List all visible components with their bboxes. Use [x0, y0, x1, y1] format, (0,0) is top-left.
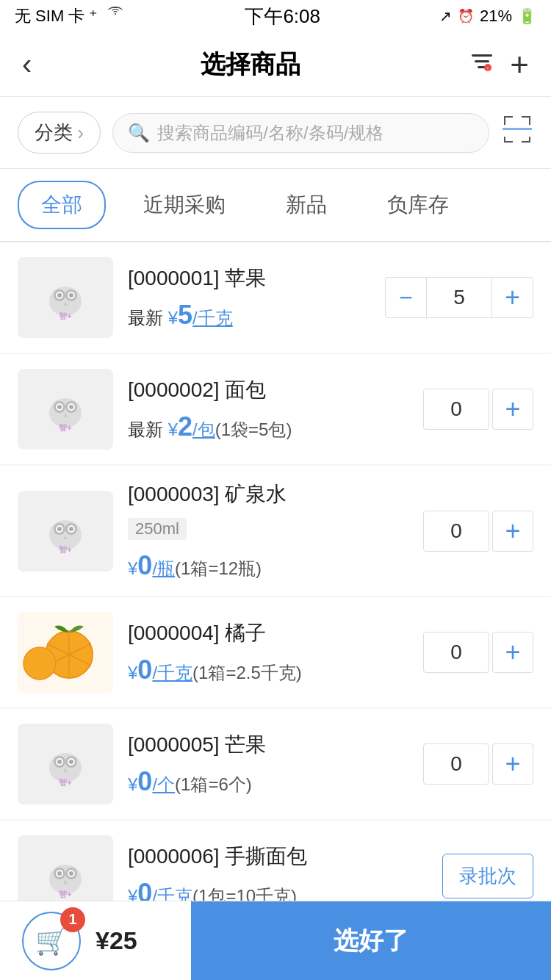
search-placeholder: 搜索商品编码/名称/条码/规格	[157, 121, 383, 145]
page-title: 选择商品	[201, 48, 300, 82]
svg-rect-10	[504, 137, 505, 143]
list-item: 智+ [0000003] 矿泉水 250ml ¥0/瓶(1箱=12瓶) +	[0, 466, 551, 596]
svg-text:智+: 智+	[58, 423, 71, 432]
category-button[interactable]: 分类 ›	[18, 112, 101, 154]
quantity-input[interactable]	[423, 511, 489, 552]
svg-point-55	[69, 760, 73, 764]
add-button[interactable]: +	[510, 48, 529, 81]
cart-button[interactable]: 🛒 1	[22, 912, 81, 970]
svg-rect-0	[472, 54, 492, 57]
quantity-input[interactable]	[423, 743, 489, 785]
product-thumbnail: 智+	[18, 369, 113, 450]
status-right: ↗ ⏰ 21% 🔋	[439, 7, 536, 26]
product-price: ¥0/个(1箱=6个)	[128, 766, 408, 797]
product-name: [0000004] 橘子	[128, 619, 408, 647]
quantity-control: +	[423, 389, 533, 430]
product-info: [0000004] 橘子 ¥0/千克(1箱=2.5千克)	[128, 619, 408, 685]
confirm-button[interactable]: 选好了	[191, 901, 551, 981]
quantity-input[interactable]	[423, 632, 489, 673]
product-thumbnail: 智+	[18, 724, 113, 804]
svg-text:智+: 智+	[58, 311, 71, 320]
product-price: ¥0/瓶(1箱=12瓶)	[128, 550, 408, 581]
product-name: [0000001] 苹果	[128, 264, 370, 292]
cart-badge: 1	[60, 907, 85, 932]
quantity-increase-button[interactable]: +	[492, 277, 533, 318]
product-thumbnail	[18, 612, 113, 693]
wifi-icon	[105, 6, 126, 26]
svg-point-28	[57, 405, 62, 409]
svg-text:!: !	[487, 66, 489, 71]
quantity-control: +	[423, 632, 533, 673]
product-name: [0000002] 面包	[128, 376, 408, 404]
status-bar: 无 SIM 卡 ⁺ 下午6:08 ↗ ⏰ 21% 🔋	[0, 0, 551, 32]
quantity-increase-button[interactable]: +	[492, 511, 533, 552]
product-info: [0000005] 芒果 ¥0/个(1箱=6个)	[128, 731, 408, 797]
product-name: [0000003] 矿泉水	[128, 480, 408, 508]
category-label: 分类	[35, 120, 73, 145]
svg-point-63	[57, 871, 62, 876]
tab-recent[interactable]: 近期采购	[120, 181, 248, 228]
tab-negative-stock[interactable]: 负库存	[364, 181, 472, 228]
svg-rect-8	[529, 116, 530, 125]
quantity-input[interactable]	[423, 389, 489, 430]
bottom-bar: 🛒 1 ¥25 选好了	[0, 901, 551, 980]
nav-bar: ‹ 选择商品 ! +	[0, 32, 551, 97]
batch-record-button[interactable]: 录批次	[442, 854, 533, 898]
quantity-increase-button[interactable]: +	[492, 743, 533, 785]
scan-button[interactable]	[501, 113, 533, 152]
svg-point-37	[57, 527, 62, 531]
category-arrow-icon: ›	[77, 121, 84, 145]
quantity-increase-button[interactable]: +	[492, 632, 533, 673]
svg-point-64	[69, 871, 73, 876]
svg-text:智+: 智+	[58, 545, 71, 554]
svg-rect-1	[475, 60, 489, 62]
quantity-increase-button[interactable]: +	[492, 389, 533, 430]
sim-label: 无 SIM 卡 ⁺	[15, 5, 98, 27]
nav-right: ! +	[469, 48, 529, 81]
alarm-icon: ⏰	[458, 8, 474, 24]
product-info: [0000001] 苹果 最新 ¥5/千克	[128, 264, 370, 331]
product-name: [0000006] 手撕面包	[128, 843, 428, 871]
quantity-decrease-button[interactable]: −	[385, 277, 426, 318]
quantity-control: − +	[385, 277, 533, 318]
list-item: 智+ [0000002] 面包 最新 ¥2/包(1袋=5包) +	[0, 354, 551, 464]
svg-point-20	[69, 293, 73, 298]
product-thumbnail: 智+	[18, 491, 113, 572]
tab-new[interactable]: 新品	[263, 181, 350, 228]
list-item: 智+ [0000001] 苹果 最新 ¥5/千克 − +	[0, 242, 551, 353]
product-list: 智+ [0000001] 苹果 最新 ¥5/千克 − +	[0, 242, 551, 980]
svg-rect-6	[504, 116, 505, 125]
svg-point-19	[57, 293, 62, 298]
list-item: 智+ [0000005] 芒果 ¥0/个(1箱=6个) +	[0, 709, 551, 819]
location-icon: ↗	[439, 7, 452, 25]
product-price: 最新 ¥2/包(1袋=5包)	[128, 411, 408, 442]
svg-point-29	[69, 405, 73, 409]
filter-bar: 分类 › 🔍 搜索商品编码/名称/条码/规格	[0, 97, 551, 169]
svg-rect-12	[529, 137, 530, 143]
product-name: [0000005] 芒果	[128, 731, 408, 759]
svg-text:智+: 智+	[58, 778, 71, 787]
cart-icon: 🛒	[35, 926, 68, 956]
filter-icon[interactable]: !	[469, 48, 495, 80]
svg-point-54	[57, 760, 62, 764]
cart-section: 🛒 1 ¥25	[0, 912, 191, 970]
product-info: [0000006] 手撕面包 ¥0/千克(1包=10千克)	[128, 843, 428, 909]
tab-all[interactable]: 全部	[18, 181, 106, 229]
svg-text:智+: 智+	[58, 890, 71, 898]
product-info: [0000002] 面包 最新 ¥2/包(1袋=5包)	[128, 376, 408, 442]
back-button[interactable]: ‹	[22, 48, 32, 81]
product-info: [0000003] 矿泉水 250ml ¥0/瓶(1箱=12瓶)	[128, 480, 408, 581]
tab-bar: 全部 近期采购 新品 负库存	[0, 169, 551, 242]
search-icon: 🔍	[128, 123, 150, 143]
product-spec: 250ml	[128, 518, 187, 540]
product-price: ¥0/千克(1箱=2.5千克)	[128, 655, 408, 685]
product-thumbnail: 智+	[18, 257, 113, 338]
product-price: 最新 ¥5/千克	[128, 300, 370, 331]
battery-icon: 🔋	[518, 7, 536, 25]
quantity-control: +	[423, 511, 533, 552]
status-time: 下午6:08	[245, 4, 320, 29]
nav-left: ‹	[22, 48, 32, 81]
svg-rect-13	[503, 128, 532, 130]
quantity-input[interactable]	[426, 277, 492, 318]
search-box[interactable]: 🔍 搜索商品编码/名称/条码/规格	[112, 113, 489, 153]
